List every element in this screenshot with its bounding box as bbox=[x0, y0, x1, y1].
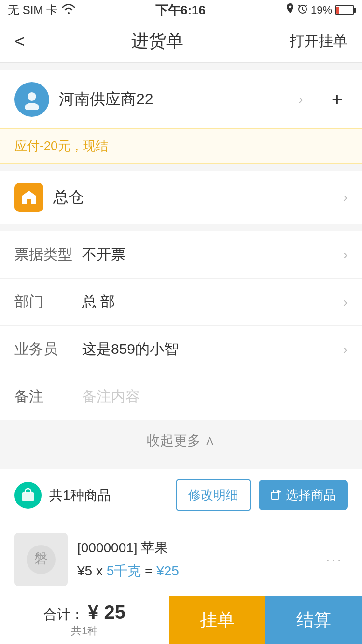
svg-text:磐: 磐 bbox=[34, 551, 48, 566]
price-equals: = bbox=[145, 563, 156, 578]
svg-point-1 bbox=[28, 92, 36, 101]
hang-button[interactable]: 挂单 bbox=[169, 596, 265, 644]
product-thumbnail: 磐 bbox=[14, 533, 68, 586]
carrier-label: 无 SIM 卡 bbox=[8, 2, 58, 18]
page-title: 进货单 bbox=[131, 29, 183, 53]
status-bar: 无 SIM 卡 下午6:16 19% bbox=[0, 0, 362, 20]
warehouse-icon bbox=[14, 183, 43, 212]
supplier-name: 河南供应商22 bbox=[59, 89, 298, 110]
warehouse-row[interactable]: 总仓 › bbox=[0, 171, 362, 224]
battery-percentage: 19% bbox=[311, 4, 332, 16]
total-amount: ¥ 25 bbox=[88, 602, 125, 623]
department-value: 总 部 bbox=[82, 292, 343, 312]
invoice-chevron-icon: › bbox=[343, 247, 348, 263]
svg-point-2 bbox=[25, 103, 39, 110]
product-price: ¥5 x 5千克 = ¥25 bbox=[77, 562, 311, 580]
nav-bar: < 进货单 打开挂单 bbox=[0, 20, 362, 63]
products-section: 共1种商品 修改明细 选择商品 磐 [0000001] 苹果 bbox=[0, 469, 362, 598]
total-label: 合计： bbox=[43, 605, 84, 624]
product-info: [0000001] 苹果 ¥5 x 5千克 = ¥25 bbox=[77, 539, 311, 580]
status-left: 无 SIM 卡 bbox=[8, 2, 75, 18]
products-count-label: 共1种商品 bbox=[49, 486, 168, 504]
invoice-row[interactable]: 票据类型 不开票 › bbox=[0, 231, 362, 278]
total-count: 共1种 bbox=[71, 624, 98, 638]
product-code: [0000001] bbox=[77, 540, 138, 555]
edit-detail-button[interactable]: 修改明细 bbox=[176, 479, 251, 511]
collapse-toggle[interactable]: 收起更多 ∧ bbox=[0, 420, 362, 462]
add-button[interactable]: + bbox=[327, 89, 348, 111]
department-row[interactable]: 部门 总 部 › bbox=[0, 278, 362, 325]
product-qty: 5千克 bbox=[107, 563, 141, 578]
total-section: 合计： ¥ 25 共1种 bbox=[0, 596, 169, 644]
price-multiply: x bbox=[96, 563, 107, 578]
total-row: 合计： ¥ 25 bbox=[43, 602, 125, 624]
select-product-label: 选择商品 bbox=[286, 487, 336, 504]
salesman-value: 这是859的小智 bbox=[82, 339, 343, 359]
product-name: [0000001] 苹果 bbox=[77, 539, 311, 557]
wifi-icon bbox=[62, 3, 75, 17]
salesman-chevron-icon: › bbox=[343, 342, 348, 357]
location-icon bbox=[286, 3, 294, 17]
product-total: ¥25 bbox=[156, 563, 179, 578]
products-icon bbox=[14, 482, 42, 509]
notice-banner: 应付-20元，现结 bbox=[0, 128, 362, 164]
back-button[interactable]: < bbox=[14, 31, 25, 52]
bottom-bar: 合计： ¥ 25 共1种 挂单 结算 bbox=[0, 596, 362, 644]
supplier-section: 河南供应商22 › + 应付-20元，现结 bbox=[0, 70, 362, 164]
price-value: ¥5 bbox=[77, 563, 92, 578]
battery-icon bbox=[335, 5, 354, 15]
product-more-button[interactable]: ··· bbox=[320, 549, 348, 570]
product-title: 苹果 bbox=[141, 540, 168, 555]
invoice-value: 不开票 bbox=[82, 245, 343, 265]
svg-rect-4 bbox=[271, 492, 279, 499]
warehouse-name: 总仓 bbox=[53, 187, 343, 208]
time-label: 下午6:16 bbox=[155, 2, 206, 19]
svg-rect-3 bbox=[22, 492, 34, 501]
form-section: 票据类型 不开票 › 部门 总 部 › 业务员 这是859的小智 › 备注 备注… bbox=[0, 231, 362, 420]
invoice-label: 票据类型 bbox=[14, 245, 82, 265]
supplier-row[interactable]: 河南供应商22 › + bbox=[0, 70, 362, 128]
product-item: 磐 [0000001] 苹果 ¥5 x 5千克 = ¥25 ··· bbox=[0, 521, 362, 598]
department-chevron-icon: › bbox=[343, 294, 348, 310]
supplier-avatar bbox=[14, 82, 49, 117]
remark-row[interactable]: 备注 备注内容 bbox=[0, 373, 362, 420]
alarm-icon bbox=[297, 3, 308, 17]
salesman-label: 业务员 bbox=[14, 339, 82, 359]
select-product-button[interactable]: 选择商品 bbox=[259, 480, 348, 510]
status-right: 19% bbox=[286, 3, 354, 17]
warehouse-chevron-icon: › bbox=[343, 190, 348, 205]
salesman-row[interactable]: 业务员 这是859的小智 › bbox=[0, 325, 362, 373]
checkout-button[interactable]: 结算 bbox=[265, 596, 362, 644]
remark-label: 备注 bbox=[14, 387, 82, 406]
vertical-divider bbox=[315, 87, 315, 112]
supplier-chevron-icon: › bbox=[298, 92, 303, 107]
department-label: 部门 bbox=[14, 292, 82, 312]
open-hang-button[interactable]: 打开挂单 bbox=[290, 31, 348, 51]
remark-input[interactable]: 备注内容 bbox=[82, 387, 348, 406]
warehouse-section: 总仓 › bbox=[0, 171, 362, 224]
products-header: 共1种商品 修改明细 选择商品 bbox=[0, 469, 362, 521]
